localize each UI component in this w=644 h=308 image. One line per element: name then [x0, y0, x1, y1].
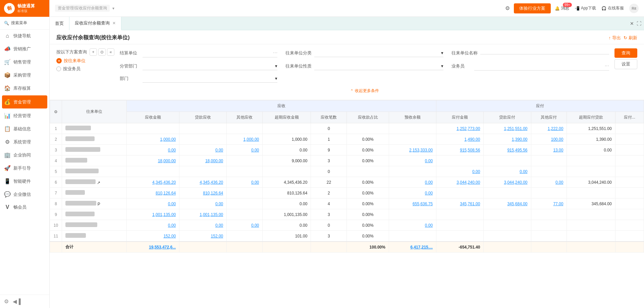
dropdown-arrow-icon[interactable]: ▾ [112, 6, 114, 11]
row-ap-other: 77.00 [531, 199, 567, 209]
main-area: 资金管理/应收应付余额查询 ▾ ⚙ 体验行业方案 🔔 消息 99+ 📲 App下… [50, 0, 644, 308]
col-unit-header: 往来单位 [62, 100, 127, 123]
tab-action-close[interactable]: ✕ [630, 21, 634, 26]
sidebar-label-sales: 销售管理 [13, 59, 31, 65]
close-tab-icon[interactable]: ✕ [112, 21, 116, 26]
row-ar-amount: 1,001,135.00 [127, 209, 179, 220]
row-ar-loan: 4,345,436.20 [179, 177, 227, 188]
collapse-filter-button[interactable]: ⌃ 收起更多条件 [348, 86, 381, 96]
header-settings-icon[interactable]: ⚙ [505, 5, 510, 11]
app-label: App下载 [581, 5, 596, 11]
query-set-col: 查询 设置 [614, 48, 637, 69]
add-scheme-button[interactable]: + [90, 48, 97, 56]
total-ap-tail [615, 241, 644, 253]
sidebar-item-purchase[interactable]: 📦 采购管理 [0, 69, 49, 82]
row-ar-loan: 810,126.64 [179, 188, 227, 199]
unit-name-input[interactable] [480, 51, 609, 54]
unit-nature-select[interactable]: ▾ [314, 62, 443, 70]
sidebar-item-member[interactable]: V 畅会员 [0, 201, 49, 214]
dept-manager-select[interactable]: ▾ [143, 62, 277, 70]
field-settlement-unit: 结算单位 ··· [120, 48, 277, 57]
filter-option-by-staff[interactable]: 按业务员 [56, 66, 114, 72]
settlement-unit-input[interactable]: ··· [143, 48, 277, 57]
dots-icon: ··· [273, 50, 277, 56]
settings-bottom-icon[interactable]: ⚙ [4, 298, 9, 305]
unit-category-select[interactable]: ▾ [314, 49, 443, 57]
sidebar-item-operation[interactable]: 📊 经营管理 [0, 109, 49, 122]
row-seq: 6 [50, 177, 62, 188]
table-settings-icon[interactable]: ⚙ [53, 109, 58, 114]
filter-option-by-unit[interactable]: ● 按往来单位 [56, 58, 114, 64]
table-area: ⚙ 往来单位 应收 应付 应收金额 贷款应收 其他应收 超期应收金额 应收笔数 … [50, 100, 644, 308]
filter-scheme-label: 按以下方案查询 [56, 49, 87, 55]
tab-action-expand[interactable]: ⛶ [637, 21, 641, 26]
row-ar-overdue: 101.00 [263, 231, 311, 242]
sidebar-item-sales[interactable]: 🛒 销售管理 [0, 55, 49, 69]
row-ar-loan: 18,000.00 [179, 156, 227, 166]
col-settings-header[interactable]: ⚙ [50, 100, 62, 123]
row-ap-amount: 345,761.00 [436, 199, 484, 209]
online-service-button[interactable]: 🎧 在线客服 [601, 5, 624, 11]
orange-icon: ● [56, 58, 62, 63]
row-ar-ratio: 0.00% [347, 145, 389, 156]
dept-select[interactable]: ▾ [143, 75, 277, 83]
message-button[interactable]: 🔔 消息 99+ [555, 5, 569, 11]
sidebar-item-guide[interactable]: 🚀 新手引导 [0, 162, 49, 175]
row-ap-overdue: 1,390.00 [567, 134, 615, 145]
sidebar-label-wechat: 企业微信 [13, 191, 31, 197]
sidebar: 畅 畅捷通算 标准版 🔍 搜索菜单 ⌂ 快捷导航 📣 营销推广 🛒 销售管理 📦… [0, 0, 50, 308]
row-ar-other: 0.00 [227, 220, 263, 231]
unit-nature-label: 往来单位性质 [285, 63, 312, 69]
tab-home[interactable]: 首页 [50, 17, 69, 30]
row-seq: 2 [50, 134, 62, 145]
sidebar-item-wechat[interactable]: 💬 企业微信 [0, 188, 49, 201]
row-ar-loan: 0.00 [179, 145, 227, 156]
by-unit-label: 按往来单位 [64, 58, 86, 64]
sidebar-item-hardware[interactable]: 📱 智能硬件 [0, 175, 49, 188]
tab-arbalance[interactable]: 应收应付余额查询 ✕ [69, 17, 121, 30]
app-download-button[interactable]: 📲 App下载 [575, 5, 596, 11]
row-ar-ratio: 0.00% [347, 188, 389, 199]
collapse-scheme-button[interactable]: « [107, 48, 114, 56]
field-unit-category: 往来单位分类 ▾ [285, 48, 443, 57]
table-row: 4 18,000.00 18,000.00 9,000.00 3 0.00% 0… [50, 156, 644, 166]
row-ap-amount: 3,044,240.00 [436, 177, 484, 188]
row-seq: 7 [50, 188, 62, 199]
salesman-label: 业务员 [451, 63, 472, 69]
export-button[interactable]: ↑ 导出 [609, 35, 621, 41]
search-menu[interactable]: 🔍 搜索菜单 [0, 17, 49, 30]
edit-scheme-button[interactable]: ⊙ [98, 48, 106, 56]
total-ap-other [531, 241, 567, 253]
field-salesman: 业务员 ··· [451, 61, 609, 71]
try-industry-button[interactable]: 体验行业方案 [514, 3, 551, 13]
user-avatar[interactable]: Rit [629, 4, 639, 13]
row-ar-amount: 0.00 [127, 145, 179, 156]
sidebar-item-system[interactable]: ⚙ 系统管理 [0, 135, 49, 148]
sidebar-item-finance[interactable]: 💰 资金管理 [2, 95, 47, 108]
arbalance-tab-label: 应收应付余额查询 [75, 20, 110, 26]
row-ar-loan [179, 166, 227, 177]
sidebar-item-quick-nav[interactable]: ⌂ 快捷导航 [0, 30, 49, 42]
salesman-input[interactable]: ··· [474, 61, 609, 71]
table-row: 11 152.00 152.00 101.00 3 0.00% [50, 231, 644, 242]
row-ar-other: 0.00 [227, 177, 263, 188]
row-ap-tail [615, 231, 644, 242]
total-row: 合计 19,553,472,6... 100.00% 6,417,215....… [50, 241, 644, 253]
row-ar-count: 0 [311, 166, 347, 177]
sidebar-item-base[interactable]: 📋 基础信息 [0, 122, 49, 135]
refresh-button[interactable]: ↻ 刷新 [624, 35, 637, 41]
row-unit: P [62, 199, 127, 209]
sidebar-item-marketing[interactable]: 📣 营销推广 [0, 42, 49, 55]
row-ar-amount: 0.00 [127, 199, 179, 209]
collapse-sidebar-icon[interactable]: ◀▐ [13, 298, 20, 305]
row-ar-overdue: 0.00 [263, 145, 311, 156]
row-seq: 8 [50, 199, 62, 209]
row-ar-amount [127, 123, 179, 134]
sidebar-item-inventory[interactable]: 🏠 库存核算 [0, 82, 49, 95]
sidebar-item-enterprise[interactable]: 🏢 企业协同 [0, 148, 49, 162]
row-ar-prepaid: 0.00 [389, 177, 436, 188]
row-ap-other: 1,222.00 [531, 123, 567, 134]
query-button[interactable]: 查询 [614, 48, 637, 58]
sidebar-label-guide: 新手引导 [13, 165, 31, 171]
set-button[interactable]: 设置 [614, 59, 637, 69]
